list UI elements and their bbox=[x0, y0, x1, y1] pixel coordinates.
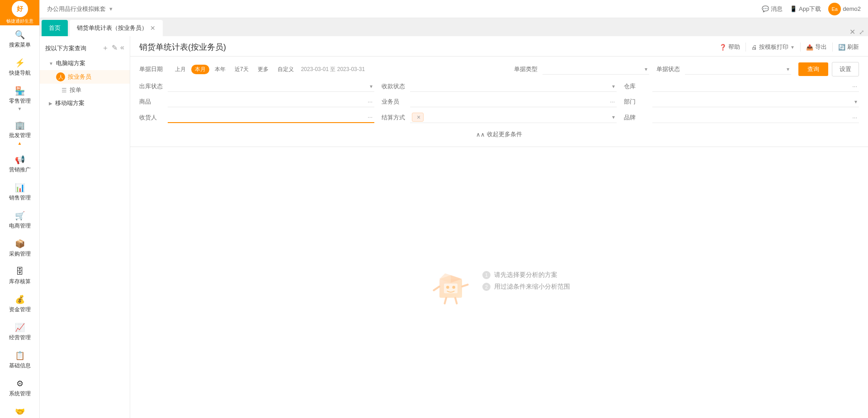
logo-text: 畅捷通好生意 bbox=[6, 18, 33, 24]
phone-icon: 📱 bbox=[790, 5, 797, 12]
tree-node-desktop[interactable]: ▼ 电脑端方案 bbox=[40, 57, 130, 70]
tree-node-mobile[interactable]: ▶ 移动端方案 bbox=[40, 96, 130, 110]
date-btn-this-year[interactable]: 本年 bbox=[211, 65, 229, 74]
sidebar-item-search[interactable]: 🔍 搜索菜单 bbox=[0, 25, 39, 53]
tree-child-salesman[interactable]: 人 按业务员 bbox=[40, 70, 130, 84]
product-input[interactable]: ··· bbox=[168, 96, 374, 107]
basic-icon: 📋 bbox=[15, 351, 25, 361]
sidebar-item-label: 销售管理 bbox=[9, 194, 31, 202]
topbar: 办公用品行业模拟账套 ▾ 💬 消息 📱 App下载 Ea demo2 bbox=[40, 0, 868, 18]
warehouse-input[interactable]: ··· bbox=[652, 81, 859, 92]
sidebar-item-finance[interactable]: 💰 资金管理 bbox=[0, 290, 39, 318]
date-btn-last-month[interactable]: 上月 bbox=[171, 65, 189, 74]
tree-child-salesman-label: 按业务员 bbox=[68, 73, 91, 81]
collapse-button[interactable]: ∧∧ 收起更多条件 bbox=[139, 128, 859, 141]
svg-point-4 bbox=[446, 285, 449, 289]
department-chevron: ▾ bbox=[854, 99, 857, 105]
sidebar-item-purchase[interactable]: 📦 采购管理 bbox=[0, 234, 39, 262]
tab-close-window-icon[interactable]: ✕ bbox=[849, 28, 855, 36]
collapse-panel-icon[interactable]: « bbox=[120, 43, 124, 53]
date-btn-this-month[interactable]: 本月 bbox=[191, 65, 209, 74]
department-select[interactable]: ▾ bbox=[652, 96, 859, 107]
filter-row-1: 单据日期 上月 本月 本年 近7天 更多 自定义 2023-03-01 至 20… bbox=[139, 62, 859, 76]
empty-content: 1 请先选择要分析的方案 2 用过滤条件来缩小分析范围 bbox=[428, 260, 570, 305]
filter-row-2: 出库状态 ▾ 收款状态 ▾ 仓库 bbox=[139, 81, 859, 92]
stock-status-select[interactable]: ▾ bbox=[168, 81, 374, 92]
print-button[interactable]: 🖨 按模板打印 ▼ bbox=[751, 43, 795, 51]
voucher-type-select[interactable]: ▾ bbox=[542, 64, 649, 75]
refresh-button[interactable]: 🔄 刷新 bbox=[838, 43, 859, 51]
sidebar-item-operations[interactable]: 📈 经营管理 bbox=[0, 318, 39, 346]
user-profile[interactable]: Ea demo2 bbox=[828, 3, 861, 15]
salesman-input[interactable]: ··· bbox=[410, 96, 617, 107]
tab-home[interactable]: 首页 bbox=[42, 20, 68, 36]
settings-button[interactable]: 设置 bbox=[832, 62, 859, 76]
sidebar-item-label: 基础信息 bbox=[9, 362, 31, 370]
tab-sales-stats[interactable]: 销货单统计表（按业务员） ✕ bbox=[70, 20, 163, 36]
sidebar-item-marketing[interactable]: 📢 营销推广 bbox=[0, 150, 39, 178]
sidebar-item-inventory[interactable]: 🗄 库存核算 bbox=[0, 262, 39, 290]
tree-node-mobile-label: 移动端方案 bbox=[55, 99, 85, 107]
sidebar-item-retail[interactable]: 🏪 零售管理 ▼ bbox=[0, 81, 39, 116]
sidebar-item-wholesale[interactable]: 🏢 批发管理 ▲ bbox=[0, 116, 39, 150]
voucher-status-select[interactable]: ▾ bbox=[685, 64, 791, 75]
payment-status-select[interactable]: ▾ bbox=[410, 81, 617, 92]
tab-close-icon[interactable]: ✕ bbox=[150, 24, 156, 32]
product-label: 商品 bbox=[139, 98, 164, 106]
date-btn-7days[interactable]: 近7天 bbox=[231, 65, 252, 74]
receiver-input[interactable]: ··· bbox=[168, 112, 374, 123]
message-button[interactable]: 💬 消息 bbox=[762, 5, 783, 13]
collapse-label: 收起更多条件 bbox=[487, 130, 522, 138]
query-button[interactable]: 查询 bbox=[798, 62, 828, 76]
tree-node-label: 电脑端方案 bbox=[56, 59, 85, 67]
help-button[interactable]: ❓ 帮助 bbox=[719, 43, 740, 51]
settlement-select[interactable]: × ▾ bbox=[410, 112, 617, 123]
voucher-type-label: 单据类型 bbox=[514, 65, 539, 73]
logo-symbol: 好 bbox=[17, 5, 23, 13]
sub-item-by-order[interactable]: ☰ 按单 bbox=[40, 84, 130, 96]
topbar-right: 💬 消息 📱 App下载 Ea demo2 bbox=[762, 3, 861, 15]
retail-icon: 🏪 bbox=[15, 86, 25, 96]
voucher-status-cell: 单据状态 ▾ bbox=[656, 64, 791, 75]
payment-status-cell: 收款状态 ▾ bbox=[382, 81, 617, 92]
sidebar-item-basic[interactable]: 📋 基础信息 bbox=[0, 346, 39, 374]
sidebar-item-label: 搜索菜单 bbox=[9, 41, 31, 49]
step-num-1: 1 bbox=[482, 271, 491, 279]
salesman-badge: 人 bbox=[56, 72, 65, 81]
purchase-icon: 📦 bbox=[15, 239, 25, 249]
filter-area: 单据日期 上月 本月 本年 近7天 更多 自定义 2023-03-01 至 20… bbox=[130, 57, 868, 147]
date-btn-custom[interactable]: 自定义 bbox=[274, 65, 297, 74]
department-cell: 部门 ▾ bbox=[624, 96, 859, 107]
page-header: 销货单统计表(按业务员) ❓ 帮助 🖨 按模板打印 ▼ 📤 bbox=[130, 36, 868, 57]
collapse-arrow-icon: ∧∧ bbox=[476, 131, 485, 138]
empty-state: 1 请先选择要分析的方案 2 用过滤条件来缩小分析范围 bbox=[130, 147, 868, 418]
svg-line-7 bbox=[462, 285, 468, 286]
svg-line-8 bbox=[445, 298, 446, 304]
add-scheme-icon[interactable]: ＋ bbox=[102, 43, 109, 53]
date-btn-more[interactable]: 更多 bbox=[254, 65, 272, 74]
dropdown-icon[interactable]: ▾ bbox=[109, 5, 113, 12]
divider bbox=[745, 43, 746, 52]
logo-area: 好 畅捷通好生意 bbox=[0, 0, 39, 25]
app-download-button[interactable]: 📱 App下载 bbox=[790, 5, 821, 13]
tab-maximize-icon[interactable]: ⤢ bbox=[859, 28, 864, 36]
sidebar-item-sales[interactable]: 📊 销售管理 bbox=[0, 178, 39, 206]
help-label: 帮助 bbox=[728, 43, 740, 51]
sidebar-item-enterprise[interactable]: 🤝 企业协同 bbox=[0, 402, 39, 418]
user-name: demo2 bbox=[843, 5, 861, 12]
brand-input[interactable]: ··· bbox=[652, 112, 859, 123]
main-area: 办公用品行业模拟账套 ▾ 💬 消息 📱 App下载 Ea demo2 首页 bbox=[40, 0, 868, 418]
date-range: 2023-03-01 至 2023-03-31 bbox=[301, 66, 365, 73]
empty-step2: 2 用过滤条件来缩小分析范围 bbox=[482, 283, 570, 291]
svg-point-5 bbox=[452, 285, 455, 289]
warehouse-cell: 仓库 ··· bbox=[624, 81, 859, 92]
sidebar-item-system[interactable]: ⚙ 系统管理 bbox=[0, 374, 39, 402]
export-button[interactable]: 📤 导出 bbox=[806, 43, 827, 51]
settlement-tag-close[interactable]: × bbox=[417, 114, 420, 121]
sidebar-item-shortcuts[interactable]: ⚡ 快捷导航 bbox=[0, 53, 39, 81]
finance-icon: 💰 bbox=[15, 294, 25, 304]
brand-cell: 品牌 ··· bbox=[624, 112, 859, 123]
edit-scheme-icon[interactable]: ✎ bbox=[112, 43, 118, 53]
content-area: 按以下方案查询 ＋ ✎ « ▼ 电脑端方案 人 按业务员 bbox=[40, 36, 868, 418]
sidebar-item-ecommerce[interactable]: 🛒 电商管理 bbox=[0, 206, 39, 234]
